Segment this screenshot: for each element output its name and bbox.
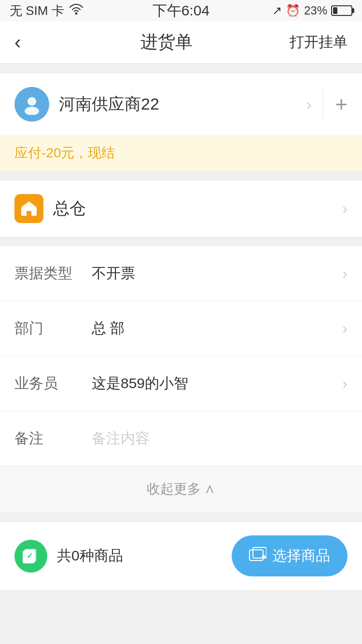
supplier-row[interactable]: 河南供应商22 › + [0, 73, 362, 135]
svg-point-0 [28, 97, 36, 106]
status-right: ↗ ⏰ 23% [272, 4, 352, 17]
nav-bar: ‹ 进货单 打开挂单 [0, 21, 362, 64]
collapse-row[interactable]: 收起更多 ∧ [0, 466, 362, 512]
warehouse-chevron-icon: › [342, 200, 348, 218]
status-time: 下午6:04 [153, 1, 209, 21]
svg-text:✓: ✓ [27, 552, 33, 560]
bottom-divider [0, 512, 362, 521]
battery-pct: 23% [304, 4, 327, 17]
open-pending-button[interactable]: 打开挂单 [290, 32, 348, 52]
svg-point-1 [25, 107, 39, 115]
top-divider [0, 64, 362, 73]
select-product-icon [249, 546, 266, 565]
remark-row[interactable]: 备注 备注内容 [0, 411, 362, 466]
salesman-label: 业务员 [14, 374, 82, 393]
battery-icon [331, 5, 352, 16]
page-rest [0, 590, 362, 644]
svg-rect-4 [27, 211, 31, 216]
svg-rect-9 [250, 550, 263, 560]
warehouse-name: 总仓 [53, 197, 342, 220]
dept-value: 总 部 [82, 319, 342, 338]
remark-input[interactable]: 备注内容 [82, 429, 348, 448]
wifi-icon [69, 4, 84, 17]
mid-divider2 [0, 237, 362, 246]
status-bar: 无 SIM 卡 下午6:04 ↗ ⏰ 23% [0, 0, 362, 21]
product-icon: ✓ [14, 540, 47, 573]
dept-label: 部门 [14, 319, 82, 338]
warehouse-icon [14, 194, 43, 223]
form-section: 票据类型 不开票 › 部门 总 部 › 业务员 这是859的小智 › 备注 备注… [0, 246, 362, 466]
location-icon: ↗ [272, 4, 282, 17]
page-title: 进货单 [140, 30, 193, 54]
warehouse-section: 总仓 › [0, 181, 362, 237]
invoice-label: 票据类型 [14, 264, 82, 283]
carrier-text: 无 SIM 卡 [10, 2, 64, 19]
product-count: 共0种商品 [57, 546, 232, 566]
alarm-icon: ⏰ [286, 4, 300, 17]
bottom-section: ✓ 共0种商品 选择商品 [0, 521, 362, 590]
supplier-name: 河南供应商22 [59, 93, 306, 115]
select-product-label: 选择商品 [272, 546, 330, 566]
dept-row[interactable]: 部门 总 部 › [0, 301, 362, 356]
status-left: 无 SIM 卡 [10, 2, 84, 19]
salesman-chevron-icon: › [342, 375, 348, 392]
invoice-value: 不开票 [82, 264, 342, 283]
salesman-value: 这是859的小智 [82, 374, 342, 393]
supplier-avatar [14, 87, 49, 122]
supplier-section: 河南供应商22 › + 应付-20元，现结 [0, 73, 362, 171]
svg-marker-3 [21, 201, 37, 207]
mid-divider1 [0, 171, 362, 181]
notice-bar: 应付-20元，现结 [0, 135, 362, 171]
invoice-chevron-icon: › [342, 265, 348, 282]
invoice-row[interactable]: 票据类型 不开票 › [0, 246, 362, 301]
remark-label: 备注 [14, 429, 82, 448]
supplier-chevron-icon: › [306, 96, 312, 113]
salesman-row[interactable]: 业务员 这是859的小智 › [0, 356, 362, 411]
dept-chevron-icon: › [342, 320, 348, 337]
collapse-button[interactable]: 收起更多 ∧ [147, 480, 216, 498]
back-button[interactable]: ‹ [14, 31, 43, 53]
add-button[interactable]: + [335, 94, 348, 115]
warehouse-row[interactable]: 总仓 › [0, 181, 362, 237]
select-product-button[interactable]: 选择商品 [232, 535, 348, 576]
vertical-divider [323, 90, 323, 119]
notice-text: 应付-20元，现结 [14, 145, 115, 160]
